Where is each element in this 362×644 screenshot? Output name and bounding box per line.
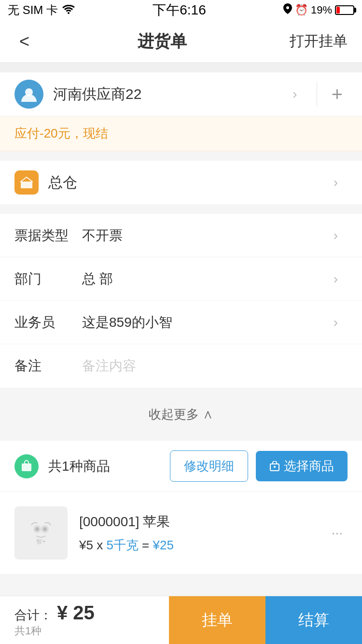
remark-placeholder: 备注内容 <box>82 357 348 375</box>
invoice-row[interactable]: 票据类型 不开票 › <box>0 214 362 257</box>
product-item: 智+ [0000001] 苹果 ¥5 x 5千克 = ¥25 ··· <box>0 492 362 574</box>
collapse-bar[interactable]: 收起更多 ∧ <box>0 397 362 431</box>
product-title: 苹果 <box>143 514 170 529</box>
bottom-bar: 合计： ¥ 25 共1种 挂单 结算 <box>0 596 362 644</box>
nav-bar: < 进货单 打开挂单 <box>0 20 362 63</box>
select-product-button[interactable]: 选择商品 <box>256 451 348 481</box>
product-thumbnail: 智+ <box>14 506 68 560</box>
form-section: 票据类型 不开票 › 部门 总 部 › 业务员 这是859的小智 › 备注 备注… <box>0 214 362 388</box>
products-section: 共1种商品 修改明细 选择商品 智+ <box>0 441 362 574</box>
alarm-icon: ⏰ <box>295 4 308 16</box>
total-line: 合计： ¥ 25 <box>14 602 154 624</box>
divider <box>317 82 317 106</box>
back-button[interactable]: < <box>14 27 34 56</box>
warehouse-name: 总仓 <box>48 173 334 193</box>
owl-logo-icon: 智+ <box>27 517 56 550</box>
dept-value: 总 部 <box>82 270 334 288</box>
collapse-label: 收起更多 ∧ <box>149 406 213 423</box>
svg-rect-2 <box>22 463 31 471</box>
product-more-button[interactable]: ··· <box>327 520 348 546</box>
product-total: ¥25 <box>153 538 174 552</box>
cart-icon <box>269 461 280 472</box>
product-code: [0000001] <box>79 514 139 529</box>
carrier-label: 无 SIM 卡 <box>8 2 58 18</box>
supplier-avatar <box>14 80 43 109</box>
status-bar: 无 SIM 卡 下午6:16 ⏰ 19% <box>0 0 362 20</box>
remark-row[interactable]: 备注 备注内容 <box>0 344 362 388</box>
total-label: 合计： <box>14 607 52 624</box>
status-left: 无 SIM 卡 <box>8 2 75 18</box>
sales-value: 这是859的小智 <box>82 313 334 332</box>
battery-icon <box>335 5 354 15</box>
products-icon <box>14 454 39 478</box>
dept-row[interactable]: 部门 总 部 › <box>0 257 362 301</box>
total-count: 共1种 <box>14 624 154 638</box>
select-product-label: 选择商品 <box>284 458 334 475</box>
svg-text:智+: 智+ <box>36 538 45 545</box>
warning-bar: 应付-20元，现结 <box>0 116 362 151</box>
location-icon <box>283 3 292 17</box>
sales-chevron-icon: › <box>334 315 338 330</box>
svg-rect-1 <box>21 182 32 188</box>
warehouse-icon <box>14 170 39 195</box>
products-count: 共1种商品 <box>48 457 170 476</box>
svg-point-7 <box>43 527 47 531</box>
section-gap-1 <box>0 63 362 72</box>
invoice-chevron-icon: › <box>334 228 338 243</box>
add-button[interactable]: + <box>327 79 348 110</box>
product-name: [0000001] 苹果 <box>79 513 327 531</box>
invoice-label: 票据类型 <box>14 226 82 245</box>
warehouse-section: 总仓 › <box>0 161 362 204</box>
warning-text: 应付-20元，现结 <box>14 126 108 140</box>
supplier-name: 河南供应商22 <box>53 84 292 104</box>
unit-price: ¥5 <box>79 538 93 552</box>
total-amount: ¥ 25 <box>57 602 95 624</box>
products-header: 共1种商品 修改明细 选择商品 <box>0 441 362 492</box>
product-price: ¥5 x 5千克 = ¥25 <box>79 537 327 554</box>
warehouse-row[interactable]: 总仓 › <box>0 161 362 204</box>
status-time: 下午6:16 <box>153 1 206 19</box>
sales-label: 业务员 <box>14 313 82 332</box>
dept-label: 部门 <box>14 270 82 288</box>
dept-chevron-icon: › <box>334 271 338 287</box>
remark-label: 备注 <box>14 357 82 375</box>
status-right: ⏰ 19% <box>283 3 354 17</box>
open-pending-button[interactable]: 打开挂单 <box>290 31 348 51</box>
checkout-button[interactable]: 结算 <box>265 596 362 644</box>
product-qty: 5千克 <box>106 538 138 552</box>
suspend-button[interactable]: 挂单 <box>169 596 265 644</box>
supplier-section: 河南供应商22 › + <box>0 72 362 116</box>
product-info: [0000001] 苹果 ¥5 x 5千克 = ¥25 <box>79 513 327 554</box>
bottom-total: 合计： ¥ 25 共1种 <box>0 596 169 644</box>
invoice-value: 不开票 <box>82 226 334 245</box>
svg-point-6 <box>35 527 39 531</box>
wifi-icon <box>62 3 75 17</box>
warehouse-chevron-icon: › <box>334 175 338 190</box>
battery-percent: 19% <box>311 4 332 16</box>
sales-row[interactable]: 业务员 这是859的小智 › <box>0 301 362 344</box>
page-title: 进货单 <box>138 30 187 53</box>
edit-detail-button[interactable]: 修改明细 <box>170 450 248 482</box>
supplier-chevron-icon: › <box>292 86 297 102</box>
supplier-row[interactable]: 河南供应商22 › <box>14 72 307 116</box>
